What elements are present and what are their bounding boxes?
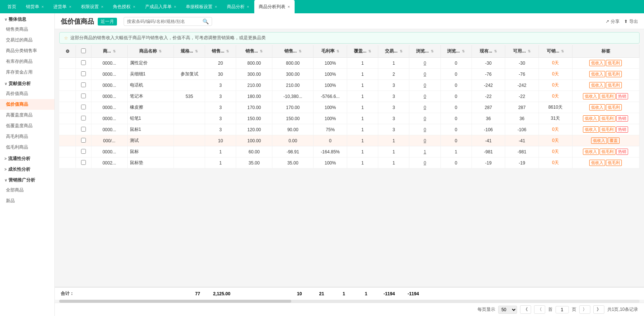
- views-link[interactable]: 0: [424, 94, 426, 99]
- row-views1[interactable]: 0: [409, 135, 440, 146]
- sidebar-item-sales-products[interactable]: 销售类商品: [0, 24, 54, 35]
- row-checkbox[interactable]: [76, 146, 91, 157]
- nav-home[interactable]: 首页: [3, 0, 21, 13]
- row-views1[interactable]: 0: [409, 124, 440, 135]
- row-checkbox[interactable]: [76, 113, 91, 124]
- row-checkbox[interactable]: [76, 124, 91, 135]
- row-checkbox[interactable]: [76, 135, 91, 146]
- sidebar-item-stock-capital[interactable]: 库存资金占用: [0, 67, 54, 78]
- row-views1[interactable]: 0: [409, 58, 440, 69]
- row-name: 鼠标垫: [127, 157, 174, 169]
- row-views1[interactable]: 1: [409, 146, 440, 157]
- nav-permissions[interactable]: 权限设置 ×: [77, 0, 108, 13]
- nav-template-settings[interactable]: 单据模板设置 ×: [181, 0, 221, 13]
- date-badge[interactable]: 近一月: [98, 18, 117, 26]
- row-spec: [174, 80, 205, 91]
- product-tag: 低收入: [589, 160, 605, 166]
- row-code: 0000...: [91, 80, 127, 91]
- row-views1[interactable]: 0: [409, 69, 440, 80]
- last-page-button[interactable]: 》: [593, 305, 604, 314]
- row-code: 0000...: [91, 113, 127, 124]
- table-container[interactable]: ⚙ 商... ⇅ 商品名称 ⇅ 规格... ⇅ 销售... ⇅ 销售... ⇅ …: [59, 45, 640, 287]
- views-link[interactable]: 0: [424, 83, 426, 88]
- sidebar-item-low-coverage[interactable]: 低覆盖度商品: [0, 120, 54, 131]
- views-link[interactable]: 0: [424, 72, 426, 77]
- sidebar-item-high-margin[interactable]: 高毛利商品: [0, 131, 54, 142]
- row-views1[interactable]: 0: [409, 113, 440, 124]
- nav-sales-close[interactable]: ×: [41, 4, 44, 9]
- row-spec: [174, 113, 205, 124]
- sidebar-item-stock-products[interactable]: 有库存的商品: [0, 56, 54, 67]
- first-page-button[interactable]: 《: [520, 305, 531, 314]
- views-link[interactable]: 0: [424, 116, 426, 121]
- row-views1[interactable]: 0: [409, 91, 440, 102]
- nav-role-auth[interactable]: 角色授权 ×: [108, 0, 140, 13]
- col-settings[interactable]: ⚙: [59, 45, 76, 58]
- nav-purchase[interactable]: 进货单 ×: [49, 0, 76, 13]
- per-page-select[interactable]: 50 100 200: [498, 306, 517, 314]
- nav-permissions-close[interactable]: ×: [101, 4, 103, 9]
- nav-template-close[interactable]: ×: [215, 4, 217, 9]
- sidebar-item-low-margin[interactable]: 低毛利商品: [0, 142, 54, 153]
- sidebar-group-marketing[interactable]: ∨ 营销推广分析: [0, 174, 54, 185]
- views-link[interactable]: 1: [424, 149, 426, 154]
- row-sales-amount: 35.00: [272, 157, 313, 169]
- table-row: 0002... 鼠标垫 1 35.00 35.00 100% 1 1 0 0 -…: [59, 157, 640, 169]
- row-views1[interactable]: 0: [409, 157, 440, 169]
- views-link[interactable]: 0: [424, 61, 426, 66]
- next-page-button[interactable]: 〉: [579, 305, 590, 314]
- sidebar-group-growth[interactable]: > 成长性分析: [0, 163, 54, 174]
- search-input[interactable]: [127, 19, 201, 24]
- sidebar-item-traded-products[interactable]: 交易过的商品: [0, 35, 54, 45]
- row-checkbox[interactable]: [76, 157, 91, 169]
- row-views1[interactable]: 0: [409, 102, 440, 113]
- total-sales-price: 2,125.00: [209, 291, 235, 296]
- page-number-input[interactable]: [556, 306, 569, 313]
- sidebar-group-flow[interactable]: > 流通性分析: [0, 153, 54, 163]
- col-sales-price: 销售... ⇅: [236, 45, 272, 58]
- row-checkbox[interactable]: [76, 58, 91, 69]
- search-icon[interactable]: 🔍: [202, 18, 209, 24]
- col-checkbox[interactable]: [76, 45, 91, 58]
- row-trade: 3: [378, 80, 409, 91]
- sidebar-item-category-rate[interactable]: 商品分类销售率: [0, 45, 54, 56]
- nav-sales[interactable]: 销货单 ×: [21, 0, 48, 13]
- views-link[interactable]: 0: [424, 127, 426, 132]
- nav-product-analysis[interactable]: 商品分析 ×: [222, 0, 254, 13]
- nav-purchase-close[interactable]: ×: [69, 4, 71, 9]
- row-tags: 低收入低毛利热销: [572, 91, 639, 102]
- nav-product-analysis-list-close[interactable]: ×: [288, 4, 290, 9]
- row-checkbox[interactable]: [76, 80, 91, 91]
- row-views2: 0: [440, 80, 472, 91]
- share-button[interactable]: ↗ 分享: [606, 18, 620, 25]
- sidebar-group-overall[interactable]: ∨ 整体信息: [0, 13, 54, 24]
- views-link[interactable]: 0: [424, 160, 426, 166]
- nav-product-storage-close[interactable]: ×: [174, 4, 176, 9]
- sidebar-item-all-products[interactable]: 全部商品: [0, 185, 54, 196]
- sidebar-item-new-products[interactable]: 新品: [0, 196, 54, 206]
- nav-product-analysis-list[interactable]: 商品分析列表 ×: [254, 0, 294, 13]
- views-link[interactable]: 0: [424, 138, 426, 143]
- product-tag: 低毛利: [606, 60, 622, 66]
- row-checkbox[interactable]: [76, 69, 91, 80]
- nav-product-analysis-close[interactable]: ×: [247, 4, 249, 9]
- row-sales-price: 35.00: [236, 157, 272, 169]
- row-views1[interactable]: 0: [409, 80, 440, 91]
- export-icon: ⬆: [624, 19, 628, 24]
- row-checkbox[interactable]: [76, 102, 91, 113]
- content-header: 低价值商品 近一月 🔍 ↗ 分享 ⬆ 导出: [55, 13, 644, 29]
- sidebar-item-low-value[interactable]: 低价值商品: [0, 99, 54, 110]
- row-sales-amount: 0.00: [272, 135, 313, 146]
- select-all-checkbox[interactable]: [81, 48, 86, 53]
- row-checkbox[interactable]: [76, 91, 91, 102]
- nav-role-auth-close[interactable]: ×: [133, 4, 135, 9]
- sidebar-group-contribution[interactable]: ∨ 贡献值分析: [0, 78, 54, 88]
- sidebar-item-high-coverage[interactable]: 高覆盖度商品: [0, 110, 54, 120]
- sidebar-item-high-value[interactable]: 高价值商品: [0, 88, 54, 99]
- nav-product-storage[interactable]: 产成品入库单 ×: [141, 0, 181, 13]
- export-button[interactable]: ⬆ 导出: [624, 18, 638, 25]
- views-link[interactable]: 0: [424, 105, 426, 110]
- row-current-stock: 287: [472, 102, 505, 113]
- prev-page-button[interactable]: 〈: [534, 305, 545, 314]
- per-page-label: 每页显示: [477, 306, 495, 313]
